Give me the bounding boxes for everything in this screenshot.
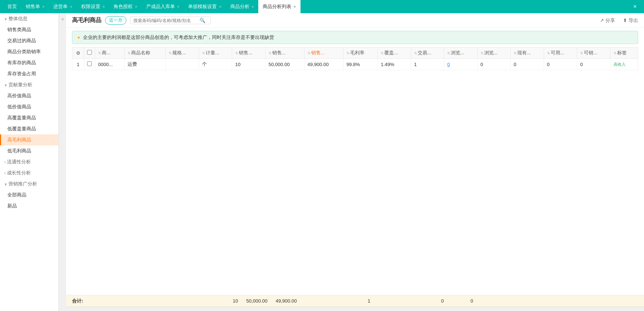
- col-checkbox[interactable]: [84, 47, 95, 59]
- nav-permission-settings[interactable]: 权限设置 ×: [77, 0, 109, 13]
- col-unit[interactable]: ⇅ 计量...: [199, 47, 232, 59]
- sort-icon-sale-profit: ⇅: [307, 51, 310, 55]
- sort-icon-name: ⇅: [127, 51, 130, 55]
- sidebar-item-low-margin[interactable]: 低毛利商品: [0, 145, 58, 156]
- time-filter-button[interactable]: 近一月: [105, 16, 126, 25]
- nav-role-auth[interactable]: 角色授权 ×: [109, 0, 141, 13]
- sort-icon-view2: ⇅: [481, 51, 483, 55]
- cell-sale-qty: 10: [232, 59, 265, 70]
- sidebar-item-high-coverage[interactable]: 高覆盖量商品: [0, 112, 58, 123]
- col-code[interactable]: ⇅ 商...: [95, 47, 125, 59]
- nav-product-analysis[interactable]: 商品分析 ×: [226, 0, 258, 13]
- col-gross-rate[interactable]: ⇅ 毛利率: [343, 47, 378, 59]
- sort-icon-code: ⇅: [98, 51, 101, 55]
- search-input[interactable]: [133, 18, 199, 23]
- sort-icon-usable: ⇅: [547, 51, 550, 55]
- sort-icon-sale-amt: ⇅: [269, 51, 271, 55]
- col-settings[interactable]: ⚙: [72, 47, 84, 59]
- chevron-right-icon-2: ›: [4, 171, 6, 175]
- cell-tx-count: 1: [411, 59, 444, 70]
- col-stock[interactable]: ⇅ 现有...: [511, 47, 544, 59]
- close-template-icon[interactable]: ×: [219, 4, 221, 9]
- col-tag[interactable]: ⇅ 标签: [610, 47, 638, 59]
- nav-sales-order[interactable]: 销售单 ×: [21, 0, 49, 13]
- sidebar-item-low-coverage[interactable]: 低覆盖量商品: [0, 123, 58, 134]
- sidebar-item-high-margin[interactable]: 高毛利商品: [0, 134, 58, 145]
- close-product-stock-icon[interactable]: ×: [177, 4, 179, 9]
- footer-usable: 0: [447, 298, 476, 304]
- search-icon[interactable]: 🔍: [199, 18, 205, 23]
- cell-stock: 0: [511, 59, 544, 70]
- sort-icon-unit: ⇅: [202, 51, 205, 55]
- nav-template-settings[interactable]: 单据模板设置 ×: [184, 0, 226, 13]
- top-navigation: 首页 销售单 × 进货单 × 权限设置 × 角色授权 × 产成品入库单 × 单据…: [0, 0, 644, 13]
- col-usable[interactable]: ⇅ 可用...: [544, 47, 577, 59]
- share-icon: ↗: [600, 18, 604, 23]
- sort-icon-tag: ⇅: [614, 51, 616, 55]
- table-wrapper: ⚙ ⇅ 商... ⇅: [66, 47, 644, 295]
- col-coverage[interactable]: ⇅ 覆盖...: [378, 47, 411, 59]
- nav-purchase-order[interactable]: 进货单 ×: [49, 0, 76, 13]
- footer-sale-amt: 50,000.00: [241, 298, 270, 304]
- col-view1[interactable]: ⇅ 浏览...: [444, 47, 477, 59]
- sidebar-item-low-value[interactable]: 低价值商品: [0, 101, 58, 112]
- sidebar-item-new-goods[interactable]: 新品: [0, 200, 58, 211]
- row-checkbox[interactable]: [87, 61, 92, 66]
- select-all-checkbox[interactable]: [87, 50, 92, 55]
- horizontal-scrollbar[interactable]: [66, 307, 644, 311]
- sidebar-group-circulation[interactable]: › 流通性分析: [0, 156, 58, 167]
- col-spec[interactable]: ⇅ 规格...: [166, 47, 199, 59]
- sidebar-item-stocked-goods[interactable]: 有库存的商品: [0, 57, 58, 68]
- col-name[interactable]: ⇅ 商品名称: [125, 47, 166, 59]
- nav-product-analysis-list[interactable]: 商品分析列表 ×: [258, 0, 300, 13]
- col-salable[interactable]: ⇅ 可销...: [577, 47, 610, 59]
- close-purchase-order-icon[interactable]: ×: [70, 4, 72, 9]
- col-sale-profit[interactable]: ⇅ 销售...: [304, 47, 343, 59]
- share-button[interactable]: ↗ 分享: [600, 17, 615, 24]
- sort-icon-tx: ⇅: [414, 51, 417, 55]
- sidebar-item-high-value[interactable]: 高价值商品: [0, 90, 58, 101]
- close-product-analysis-icon[interactable]: ×: [252, 4, 254, 9]
- col-sale-amt[interactable]: ⇅ 销售...: [265, 47, 304, 59]
- main-layout: ∨ 整体信息 销售类商品 交易过的商品 商品分类助销率 有库存的商品 库存资金占…: [0, 13, 644, 311]
- close-permission-icon[interactable]: ×: [102, 4, 105, 9]
- sidebar-group-overall[interactable]: ∨ 整体信息: [0, 13, 58, 24]
- close-all-button[interactable]: ×: [629, 3, 641, 10]
- nav-home[interactable]: 首页: [3, 0, 21, 13]
- cell-tag: 高收入: [610, 59, 638, 70]
- sidebar: ∨ 整体信息 销售类商品 交易过的商品 商品分类助销率 有库存的商品 库存资金占…: [0, 13, 59, 311]
- cell-view2: 0: [477, 59, 510, 70]
- sidebar-item-traded-goods[interactable]: 交易过的商品: [0, 35, 58, 46]
- cell-coverage: 1.49%: [378, 59, 411, 70]
- close-role-auth-icon[interactable]: ×: [135, 4, 137, 9]
- col-sale-qty[interactable]: ⇅ 销售...: [232, 47, 265, 59]
- col-tx-count[interactable]: ⇅ 交易...: [411, 47, 444, 59]
- cell-name: 运费: [125, 59, 166, 70]
- export-icon: ⬆: [623, 18, 627, 23]
- footer-sale-qty: 10: [212, 298, 241, 304]
- sort-icon-coverage: ⇅: [381, 51, 384, 55]
- cell-sale-amt: 50,000.00: [265, 59, 304, 70]
- sidebar-item-all-goods[interactable]: 全部商品: [0, 189, 58, 200]
- nav-product-stock[interactable]: 产成品入库单 ×: [142, 0, 184, 13]
- sidebar-group-contribution[interactable]: ∨ 贡献量分析: [0, 79, 58, 90]
- footer-sale-profit: 49,900.00: [270, 298, 300, 304]
- sidebar-item-category-rate[interactable]: 商品分类助销率: [0, 46, 58, 57]
- close-product-analysis-list-icon[interactable]: ×: [294, 4, 296, 9]
- sidebar-group-growth[interactable]: › 成长性分析: [0, 167, 58, 178]
- close-sales-order-icon[interactable]: ×: [42, 4, 44, 9]
- cell-view1[interactable]: 0: [444, 59, 477, 70]
- footer-label: 合计:: [72, 298, 101, 304]
- cell-checkbox[interactable]: [84, 59, 95, 70]
- sidebar-item-sales-goods[interactable]: 销售类商品: [0, 24, 58, 35]
- sidebar-group-marketing[interactable]: ∨ 营销推广分析: [0, 178, 58, 189]
- sort-icon-sale-qty: ⇅: [235, 51, 238, 55]
- sort-icon-spec: ⇅: [169, 51, 172, 55]
- sidebar-item-stock-capital[interactable]: 库存资金占用: [0, 68, 58, 79]
- col-view2[interactable]: ⇅ 浏览...: [477, 47, 510, 59]
- export-button[interactable]: ⬆ 导出: [623, 17, 638, 24]
- cell-unit: 个: [199, 59, 232, 70]
- sidebar-collapse-button[interactable]: «: [59, 13, 66, 311]
- footer-tx-count: 1: [344, 298, 373, 304]
- chevron-down-icon-2: ∨: [4, 83, 7, 87]
